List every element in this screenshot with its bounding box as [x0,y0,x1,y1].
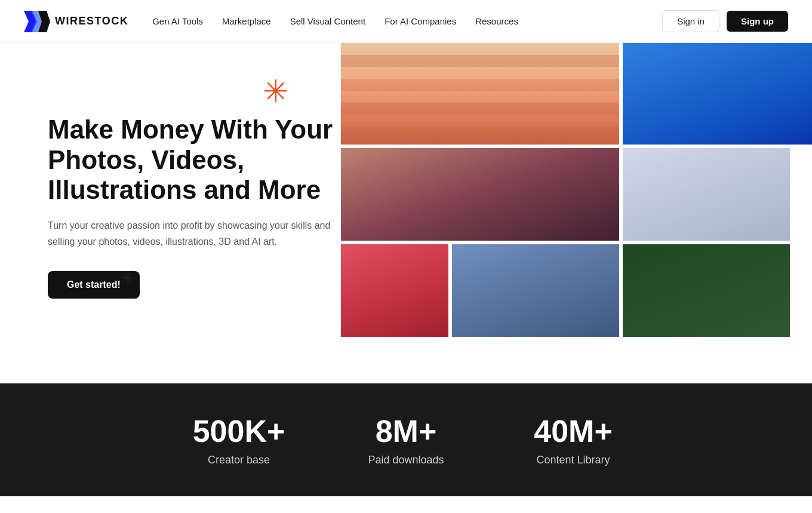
hero-title: Make Money With Your Photos, Videos, Ill… [48,115,366,205]
hero-image-cyclist [452,244,619,337]
stat-content-library-label: Content Library [502,454,645,466]
stat-paid-downloads-label: Paid downloads [334,454,478,466]
stat-creator-base-label: Creator base [167,454,310,466]
hero-section: ✳ ✳ Make Money With Your Photos, Videos,… [0,43,812,383]
nav-item-marketplace[interactable]: Marketplace [222,16,271,27]
navbar: WIRESTOCK Gen AI Tools Marketplace Sell … [0,0,812,43]
stat-paid-downloads-number: 8M+ [334,413,478,449]
hero-image-building [623,148,790,241]
nav-item-gen-ai[interactable]: Gen AI Tools [152,16,203,27]
signup-button[interactable]: Sign up [727,11,788,32]
hero-content: ✳ ✳ Make Money With Your Photos, Videos,… [0,43,390,334]
stat-paid-downloads: 8M+ Paid downloads [322,413,490,466]
logo[interactable]: WIRESTOCK [24,11,128,32]
nav-item-sell[interactable]: Sell Visual Content [290,16,365,27]
nav-item-ai-companies[interactable]: For AI Companies [385,16,456,27]
nav-item-resources[interactable]: Resources [475,16,518,27]
navbar-left: WIRESTOCK Gen AI Tools Marketplace Sell … [24,11,518,32]
hero-image-blue [623,43,812,145]
stat-creator-base: 500K+ Creator base [155,413,322,466]
logo-icon [24,11,50,32]
nav-links: Gen AI Tools Marketplace Sell Visual Con… [152,16,518,27]
navbar-right: Sign in Sign up [662,10,788,32]
stat-content-library-number: 40M+ [502,413,645,449]
hero-subtitle: Turn your creative passion into profit b… [48,217,358,250]
hero-image-grid [341,43,812,383]
stats-section: 500K+ Creator base 8M+ Paid downloads 40… [0,383,812,496]
star-decoration-small: ✳ [119,270,133,287]
logo-text: WIRESTOCK [55,15,128,27]
stat-content-library: 40M+ Content Library [490,413,657,466]
stat-creator-base-number: 500K+ [167,413,310,449]
signin-button[interactable]: Sign in [662,10,719,32]
star-decoration-big: ✳ [263,76,289,107]
hero-image-butterfly [623,244,790,337]
